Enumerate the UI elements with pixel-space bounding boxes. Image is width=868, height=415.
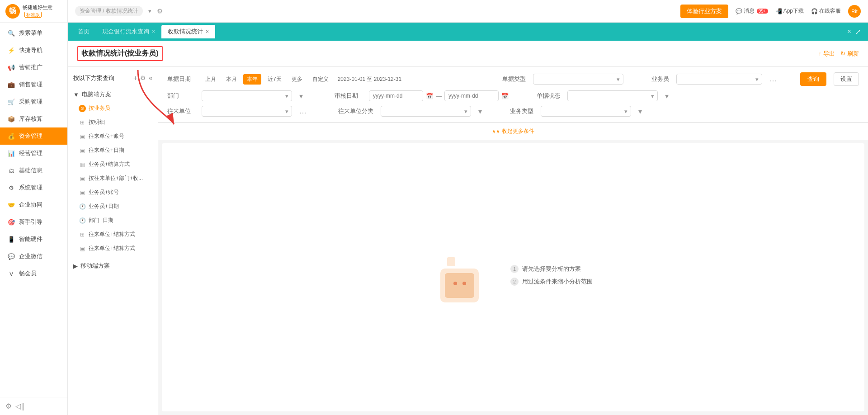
close-window-icon[interactable]: ×	[847, 28, 851, 36]
doc-status-input[interactable]	[567, 90, 658, 101]
purchase-icon: 🛒	[7, 98, 15, 106]
scheme-item-unit-settlement1[interactable]: ⊞ 往来单位+结算方式	[68, 227, 158, 241]
scheme-gear-icon[interactable]: ⚙	[140, 74, 146, 82]
biz-type-dropdown-icon[interactable]: ▾	[638, 107, 642, 116]
review-date-end[interactable]	[444, 90, 499, 101]
sidebar-item-system[interactable]: ⚙ 系统管理	[0, 179, 67, 196]
sidebar-item-label: 营销推广	[19, 63, 42, 71]
from-unit-class-dropdown-icon[interactable]: ▾	[478, 107, 482, 116]
biz-type-input[interactable]	[541, 106, 631, 117]
panel-title: 按以下方案查询	[73, 74, 114, 82]
sidebar-item-operation[interactable]: 📊 经营管理	[0, 145, 67, 162]
trial-button[interactable]: 体验行业方案	[680, 5, 728, 18]
doc-status-label: 单据状态	[537, 92, 560, 100]
sidebar-item-label: 系统管理	[19, 184, 42, 192]
calendar-start-icon[interactable]: 📅	[426, 93, 433, 99]
mobile-section-title[interactable]: ▶ 移动端方案	[68, 259, 158, 273]
date-tab-more[interactable]: 更多	[288, 74, 306, 85]
sidebar-item-purchase[interactable]: 🛒 采购管理	[0, 93, 67, 110]
tab-receipts[interactable]: 收款情况统计 ×	[161, 25, 215, 38]
online-service-area[interactable]: 🎧 在线客服	[811, 7, 841, 15]
robot-antenna	[447, 257, 455, 266]
maximize-window-icon[interactable]: ⤢	[855, 28, 861, 36]
sidebar-item-sales[interactable]: 💼 销售管理	[0, 76, 67, 93]
calendar-end-icon[interactable]: 📅	[501, 93, 509, 99]
user-avatar[interactable]: Rit	[848, 5, 861, 18]
enterprise-icon: 🤝	[7, 201, 15, 209]
salesman-input[interactable]	[676, 74, 762, 85]
sidebar-item-label: 搜索菜单	[19, 29, 42, 37]
query-button[interactable]: 查询	[800, 72, 826, 86]
content-area: 按以下方案查询 + ⚙ « ▼ 电脑端方案 ⊙ 按业务员	[68, 67, 868, 415]
settings-btn[interactable]: ⚙	[5, 402, 12, 410]
sidebar-item-label: 企业协同	[19, 201, 42, 209]
date-tab-thisyear[interactable]: 本年	[243, 74, 261, 85]
refresh-button[interactable]: ↻ 刷新	[840, 50, 859, 58]
sidebar-item-guide[interactable]: 🎯 新手引导	[0, 213, 67, 231]
dropdown-icon[interactable]: ▾	[148, 8, 151, 14]
date-tab-lastmonth[interactable]: 上月	[202, 74, 220, 85]
scheme-item-unit-dept[interactable]: ▣ 按往来单位+部门+收...	[68, 171, 158, 185]
tab-bank[interactable]: 现金银行流水查询 ×	[96, 25, 161, 38]
message-area[interactable]: 💬 消息 99+	[736, 7, 768, 15]
pc-section: ▼ 电脑端方案 ⊙ 按业务员 ⊞ 按明细 ▣ 往来单位+账号	[68, 86, 158, 257]
add-scheme-icon[interactable]: +	[133, 74, 137, 82]
scheme-item-unit-date[interactable]: ▣ 往来单位+日期	[68, 143, 158, 157]
sidebar-item-finance[interactable]: 💰 资金管理	[0, 127, 67, 145]
search-icon: 🔍	[7, 29, 15, 37]
collapse-sidebar-btn[interactable]: ◁‖	[15, 402, 24, 410]
from-unit-input[interactable]	[202, 106, 292, 117]
from-unit-more-icon[interactable]: …	[299, 107, 307, 115]
doc-type-select[interactable]	[533, 74, 623, 85]
header-left: 资金管理 / 收款情况统计 ▾ ⚙	[75, 6, 163, 16]
sidebar-item-wechat[interactable]: 💬 企业微信	[0, 248, 67, 265]
tab-home[interactable]: 首页	[71, 25, 96, 38]
sidebar-item-basic[interactable]: 🗂 基础信息	[0, 162, 67, 179]
sidebar-nav: 🔍 搜索菜单 ⚡ 快捷导航 📢 营销推广 💼 销售管理 🛒 采购管理 📦 库存核…	[0, 23, 67, 397]
tab-receipts-close[interactable]: ×	[206, 28, 209, 35]
tab-bank-close[interactable]: ×	[152, 28, 155, 35]
collapse-bar[interactable]: ∧∧ 收起更多条件	[158, 123, 868, 140]
breadcrumb: 资金管理 / 收款情况统计	[75, 6, 143, 16]
sidebar-item-enterprise[interactable]: 🤝 企业协同	[0, 196, 67, 213]
sidebar-item-quicknav[interactable]: ⚡ 快捷导航	[0, 42, 67, 59]
scheme-item-salesman-payment[interactable]: ▦ 业务员+结算方式	[68, 157, 158, 171]
sidebar-item-label: 资金管理	[19, 132, 42, 140]
scheme-item-salesman-date[interactable]: 🕐 业务员+日期	[68, 199, 158, 213]
collapse-up-icon: ∧∧	[492, 128, 500, 135]
sidebar-item-vip[interactable]: V 畅会员	[0, 265, 67, 282]
wechat-icon: 💬	[7, 252, 15, 260]
collapse-panel-icon[interactable]: «	[149, 74, 152, 82]
refresh-icon: ↻	[840, 50, 845, 57]
app-download-area[interactable]: 📲 App下载	[775, 7, 804, 15]
header-icon-group: 💬 消息 99+ 📲 App下载 🎧 在线客服 Rit	[736, 5, 861, 18]
scheme-item-salesman[interactable]: ⊙ 按业务员	[68, 101, 158, 115]
scheme-item-unit-settlement2[interactable]: ▣ 往来单位+结算方式	[68, 241, 158, 255]
scheme-item-salesman-account[interactable]: ▣ 业务员+账号	[68, 185, 158, 199]
salesman-more-icon[interactable]: …	[769, 75, 777, 83]
dept-dropdown-icon[interactable]: ▾	[299, 92, 303, 100]
sidebar-item-inventory[interactable]: 📦 库存核算	[0, 110, 67, 127]
from-unit-class-input[interactable]	[381, 106, 471, 117]
page-content: 收款情况统计(按业务员) ↑ 导出 ↻ 刷新 按以下方案查询	[68, 41, 868, 415]
date-tab-thismonth[interactable]: 本月	[222, 74, 241, 85]
pc-section-title[interactable]: ▼ 电脑端方案	[68, 88, 158, 101]
empty-step-1: 1 请先选择要分析的方案	[510, 265, 593, 273]
sidebar-item-search[interactable]: 🔍 搜索菜单	[0, 24, 67, 42]
page-title: 收款情况统计(按业务员)	[81, 49, 159, 57]
doc-status-dropdown-icon[interactable]: ▾	[665, 92, 669, 100]
scheme-item-detail[interactable]: ⊞ 按明细	[68, 115, 158, 129]
export-button[interactable]: ↑ 导出	[819, 50, 835, 58]
date-tab-7days[interactable]: 近7天	[264, 74, 285, 85]
message-label: 消息	[744, 7, 755, 15]
date-tab-custom[interactable]: 自定义	[309, 74, 332, 85]
dept-input[interactable]	[202, 90, 292, 101]
scheme-item-dept-date[interactable]: 🕐 部门+日期	[68, 213, 158, 227]
review-date-start[interactable]	[369, 90, 423, 101]
sidebar-item-marketing[interactable]: 📢 营销推广	[0, 59, 67, 76]
setting-button[interactable]: 设置	[834, 72, 859, 86]
scheme-item-unit-account[interactable]: ▣ 往来单位+账号	[68, 129, 158, 143]
inventory-icon: 📦	[7, 115, 15, 123]
gear-header-icon[interactable]: ⚙	[157, 7, 163, 15]
sidebar-item-hardware[interactable]: 📱 智能硬件	[0, 231, 67, 248]
